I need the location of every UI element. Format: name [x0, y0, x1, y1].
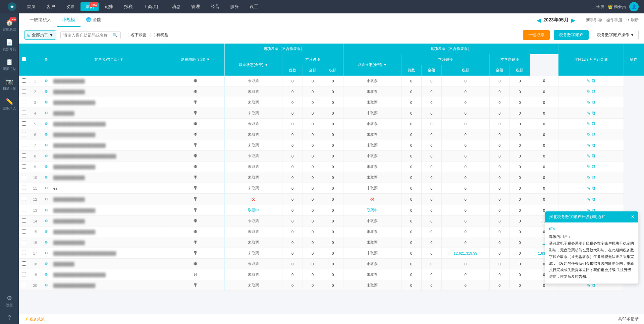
copy-icon[interactable]: ⧉: [592, 164, 595, 170]
nav-item-工商项目[interactable]: 工商项目: [139, 2, 166, 11]
row-checkbox[interactable]: [22, 164, 26, 169]
row-checkbox[interactable]: [22, 100, 26, 104]
row-checkbox[interactable]: [22, 208, 26, 212]
copy-icon[interactable]: ⧉: [592, 196, 595, 202]
nav-item-管理[interactable]: 管理: [186, 2, 205, 11]
copy-icon[interactable]: ⧉: [592, 89, 595, 94]
row-gear-icon[interactable]: ⚙: [45, 154, 48, 158]
nav-item-客户[interactable]: 客户: [42, 2, 60, 11]
row-gear-icon[interactable]: ⚙: [45, 262, 48, 266]
sub-tab-全能[interactable]: 🌐 全能: [80, 13, 107, 27]
sidebar-item-0[interactable]: 🏠智能取票new: [1, 16, 18, 35]
nav-item-经营[interactable]: 经营: [206, 2, 224, 11]
row-gear-icon[interactable]: ⚙: [45, 197, 48, 201]
edit-icon[interactable]: ✎: [587, 186, 591, 191]
edit-icon[interactable]: ✎: [587, 143, 591, 148]
search-box[interactable]: 🔍: [60, 31, 121, 39]
copy-icon[interactable]: ⧉: [592, 132, 595, 137]
ops-manual-link[interactable]: 操作手册: [606, 17, 622, 23]
select-all-checkbox[interactable]: [22, 57, 26, 61]
refresh-link[interactable]: ↺ 刷新: [626, 17, 639, 23]
row-gear-icon[interactable]: ⚙: [45, 230, 48, 234]
row-gear-icon[interactable]: ⚙: [45, 100, 48, 104]
edit-icon[interactable]: ✎: [587, 121, 591, 127]
copy-icon[interactable]: ⧉: [592, 100, 595, 105]
avatar[interactable]: 👤: [629, 2, 639, 11]
row-checkbox[interactable]: [22, 283, 26, 287]
period-prev-btn[interactable]: ◀: [537, 17, 541, 23]
row-gear-icon[interactable]: ⚙: [45, 208, 48, 212]
tax-digital-account-btn[interactable]: 税务数字账户: [554, 30, 589, 40]
sub-tab-小规模[interactable]: 小规模: [57, 13, 80, 27]
row-checkbox[interactable]: [22, 153, 26, 158]
row-checkbox[interactable]: [22, 111, 26, 115]
one-key-ticket-btn[interactable]: 一键取票: [523, 30, 550, 40]
nav-item-记账[interactable]: 记账: [100, 2, 118, 11]
nav-item-报税[interactable]: 报税: [119, 2, 138, 11]
row-checkbox[interactable]: [22, 78, 26, 83]
row-checkbox[interactable]: [22, 251, 26, 255]
search-input[interactable]: [63, 33, 111, 38]
edit-icon[interactable]: ✎: [587, 111, 591, 116]
edit-icon[interactable]: ✎: [587, 164, 591, 170]
edit-icon[interactable]: ✎: [587, 89, 591, 94]
row-checkbox[interactable]: [22, 132, 26, 136]
row-checkbox[interactable]: [22, 89, 26, 93]
row-gear-icon[interactable]: ⚙: [45, 143, 48, 147]
nav-item-服务[interactable]: 服务: [225, 2, 244, 11]
nav-item-票据[interactable]: 票据new: [80, 2, 99, 11]
row-gear-icon[interactable]: ⚙: [45, 175, 48, 179]
row-checkbox[interactable]: [22, 261, 26, 266]
row-gear-icon[interactable]: ⚙: [45, 283, 48, 287]
row-gear-icon[interactable]: ⚙: [45, 165, 48, 169]
row-gear-icon[interactable]: ⚙: [45, 251, 48, 255]
copy-icon[interactable]: ⧉: [592, 121, 595, 127]
sidebar-item-3[interactable]: 📷扫描上传: [1, 75, 18, 94]
copy-icon[interactable]: ⧉: [592, 110, 595, 116]
named-accounts-checkbox[interactable]: 名下账套: [125, 32, 147, 38]
row-checkbox[interactable]: [22, 143, 26, 147]
copy-icon[interactable]: ⧉: [592, 153, 595, 159]
copy-icon[interactable]: ⧉: [592, 185, 595, 191]
sidebar-settings[interactable]: ⚙设置: [1, 292, 18, 310]
row-checkbox[interactable]: [22, 240, 26, 244]
copy-icon[interactable]: ⧉: [592, 78, 595, 84]
member-btn[interactable]: 👑 购会员: [608, 4, 626, 10]
row-gear-icon[interactable]: ⚙: [45, 272, 48, 276]
row-gear-icon[interactable]: ⚙: [45, 89, 48, 93]
row-gear-icon[interactable]: ⚙: [45, 240, 48, 244]
sub-tab-一般纳税人[interactable]: 一般纳税人: [24, 13, 57, 27]
row-gear-icon[interactable]: ⚙: [45, 122, 48, 126]
period-next-btn[interactable]: ▶: [571, 17, 575, 23]
row-gear-icon[interactable]: ⚙: [45, 219, 48, 223]
edit-icon[interactable]: ✎: [587, 175, 591, 180]
row-checkbox[interactable]: [22, 121, 26, 126]
copy-icon[interactable]: ⧉: [592, 175, 595, 180]
new-guide-link[interactable]: 新手引导: [586, 17, 602, 23]
edit-icon[interactable]: ✎: [587, 132, 591, 137]
row-checkbox[interactable]: [22, 272, 26, 276]
row-checkbox[interactable]: [22, 218, 26, 223]
nav-item-设置[interactable]: 设置: [245, 2, 263, 11]
nav-item-消息[interactable]: 消息: [167, 2, 185, 11]
row-checkbox[interactable]: [22, 229, 26, 234]
has-taxpad-checkbox[interactable]: 有税盘: [151, 32, 168, 38]
edit-icon[interactable]: ✎: [587, 197, 591, 202]
row-checkbox[interactable]: [22, 175, 26, 179]
fullscreen-btn[interactable]: ⛶ 全屏: [591, 4, 604, 10]
notification-close-btn[interactable]: ✕: [631, 214, 634, 219]
tax-digital-ops-btn[interactable]: 税务数字账户操作 ▼: [593, 30, 639, 40]
nav-item-收票[interactable]: 收票: [61, 2, 79, 11]
sidebar-help[interactable]: ?: [1, 312, 18, 324]
row-gear-icon[interactable]: ⚙: [45, 132, 48, 136]
footer-link[interactable]: ⚡ 税务政策: [24, 317, 618, 322]
sidebar-item-4[interactable]: ✏️票据录入: [1, 95, 18, 114]
row-checkbox[interactable]: [22, 197, 26, 201]
row-gear-icon[interactable]: ⚙: [45, 186, 48, 190]
row-gear-icon[interactable]: ⚙: [45, 79, 48, 83]
row-gear-icon[interactable]: ⚙: [45, 111, 48, 115]
sidebar-item-2[interactable]: 📋票据汇总: [1, 56, 18, 74]
sidebar-item-1[interactable]: 📄发票开具: [1, 36, 18, 54]
edit-icon[interactable]: ✎: [587, 100, 591, 105]
row-checkbox[interactable]: [22, 186, 26, 190]
